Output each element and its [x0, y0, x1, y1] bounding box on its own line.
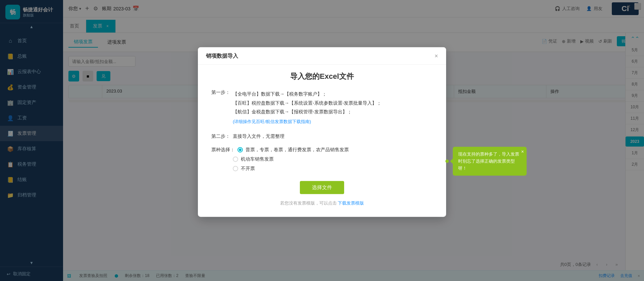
- ticket-select: 票种选择： 普票，专票，卷票，通行费发票，农产品销售发票 机动车销售发票 不开票: [211, 147, 433, 172]
- step1-content: 【全电平台】数据下载→【税务数字账户】； 【百旺】税控盘数据下载→【系统设置-系…: [233, 90, 381, 126]
- ticket-label: 票种选择：: [211, 147, 235, 153]
- step1-label: 第一步：: [211, 90, 230, 126]
- ticket-option-0-label: 普票，专票，卷票，通行费发票，农产品销售发票: [246, 147, 349, 153]
- ticket-option-0[interactable]: 普票，专票，卷票，通行费发票，农产品销售发票: [237, 147, 349, 153]
- ticket-select-title: 票种选择： 普票，专票，卷票，通行费发票，农产品销售发票: [211, 147, 433, 153]
- step2-content: 直接导入文件，无需整理: [233, 132, 284, 141]
- tooltip-bubble: × 现在支持的票种多了，导入发票时别忘了选择正确的发票类型呀！: [453, 147, 527, 176]
- modal-footer-text: 若您没有发票模版，可以点击: [280, 201, 337, 206]
- select-file-label: 选择文件: [312, 184, 332, 190]
- ticket-option-1-label: 机动车销售发票: [241, 156, 274, 162]
- ticket-option-1[interactable]: 机动车销售发票: [233, 156, 433, 162]
- tooltip-dot: [445, 160, 449, 163]
- step2-label: 第二步：: [211, 133, 230, 139]
- select-file-button[interactable]: 选择文件: [300, 181, 344, 194]
- radio-group: 机动车销售发票 不开票: [233, 156, 433, 172]
- ticket-option-2-label: 不开票: [241, 166, 255, 172]
- step1: 第一步： 【全电平台】数据下载→【税务数字账户】； 【百旺】税控盘数据下载→【系…: [211, 90, 433, 126]
- modal-main-title: 导入您的Excel文件: [211, 71, 433, 81]
- step1-line3: 【航信】金税盘数据下载→【报税管理-发票数据导出】；: [233, 107, 381, 116]
- radio-circle-2: [233, 166, 238, 171]
- radio-circle-1: [233, 157, 238, 162]
- step1-guide-link[interactable]: (详细操作见百旺/航信发票数据下载指南): [233, 119, 311, 124]
- tooltip-close-button[interactable]: ×: [521, 149, 524, 154]
- modal-footer: 若您没有发票模版，可以点击 下载发票模版: [211, 200, 433, 206]
- step1-line1: 【全电平台】数据下载→【税务数字账户】；: [233, 90, 381, 99]
- modal-body: 导入您的Excel文件 第一步： 【全电平台】数据下载→【税务数字账户】； 【百…: [198, 65, 446, 206]
- download-template-link[interactable]: 下载发票模版: [338, 201, 364, 206]
- ticket-option-2[interactable]: 不开票: [233, 166, 433, 172]
- tooltip-text: 现在支持的票种多了，导入发票时别忘了选择正确的发票类型呀！: [458, 152, 519, 171]
- modal-header: 销项数据导入 ×: [198, 47, 446, 65]
- step1-line2: 【百旺】税控盘数据下载→【系统设置-系统参数设置-发票批量导入】；: [233, 98, 381, 107]
- step2: 第二步： 直接导入文件，无需整理: [211, 132, 433, 141]
- import-modal: 销项数据导入 × 导入您的Excel文件 第一步： 【全电平台】数据下载→【税务…: [198, 47, 446, 217]
- radio-dot-0: [239, 149, 241, 151]
- radio-circle-0: [237, 147, 243, 153]
- modal-title: 销项数据导入: [206, 53, 238, 60]
- modal-close-button[interactable]: ×: [434, 53, 438, 60]
